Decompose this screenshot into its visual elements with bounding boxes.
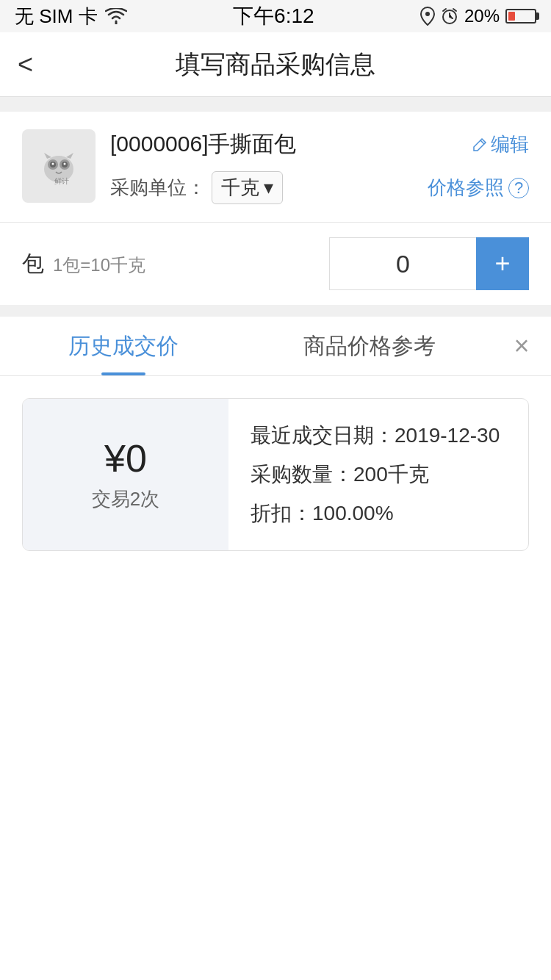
battery-icon — [505, 9, 536, 24]
product-image: 鲜计 — [40, 147, 78, 185]
tab-underline — [101, 372, 145, 375]
product-info: [0000006]手撕面包 编辑 采购单位： 千克 ▾ — [110, 129, 529, 204]
price-card-right: 最近成交日期：2019-12-30 采购数量：200千克 折扣：100.00% — [228, 399, 528, 550]
quantity-input-group: + — [329, 237, 529, 290]
price-card-left: ¥0 交易2次 — [23, 399, 228, 550]
unit-value: 千克 — [221, 175, 259, 201]
status-bar: 无 SIM 卡 下午6:12 20% — [0, 0, 551, 32]
nav-bar: < 填写商品采购信息 — [0, 32, 551, 97]
recent-date-label: 最近成交日期： — [251, 424, 395, 447]
tabs-section: 历史成交价 商品价格参考 × ¥0 交易2次 最近成交日期：2019-12-30 — [0, 317, 551, 573]
page-title: 填写商品采购信息 — [176, 48, 375, 82]
product-row: 鲜计 [0000006]手撕面包 编辑 采购单位： 千克 — [22, 129, 529, 204]
discount-label: 折扣： — [251, 502, 312, 525]
recent-date-row: 最近成交日期：2019-12-30 — [251, 421, 506, 450]
svg-text:鲜计: 鲜计 — [54, 177, 69, 185]
time-display: 下午6:12 — [233, 2, 314, 30]
quantity-plus-button[interactable]: + — [476, 237, 529, 290]
tab-history-price[interactable]: 历史成交价 — [0, 317, 246, 375]
help-icon: ? — [508, 178, 529, 198]
purchase-unit-label: 采购单位： — [110, 175, 206, 201]
tabs-close-button[interactable]: × — [492, 317, 551, 375]
carrier-label: 无 SIM 卡 — [15, 4, 98, 29]
recent-date-value: 2019-12-30 — [395, 424, 500, 447]
quantity-row: 采购数量：200千克 — [251, 460, 506, 489]
wifi-icon — [105, 8, 127, 24]
price-reference-link[interactable]: 价格参照 ? — [428, 175, 529, 201]
quantity-input[interactable] — [329, 237, 476, 290]
alarm-icon — [441, 7, 458, 25]
price-transactions: 交易2次 — [92, 486, 159, 512]
bottom-fill — [0, 573, 551, 980]
quantity-label-group: 包 1包=10千克 — [22, 249, 145, 279]
history-content: ¥0 交易2次 最近成交日期：2019-12-30 采购数量：200千克 折扣：… — [0, 376, 551, 573]
product-name: [0000006]手撕面包 — [110, 129, 296, 159]
product-header-row: [0000006]手撕面包 编辑 — [110, 129, 529, 159]
discount-row: 折扣：100.00% — [251, 499, 506, 527]
svg-point-8 — [64, 163, 66, 165]
location-icon — [420, 7, 435, 26]
quantity-conversion: 1包=10千克 — [53, 253, 145, 277]
unit-dropdown[interactable]: 千克 ▾ — [212, 171, 283, 204]
product-thumbnail: 鲜计 — [22, 129, 96, 203]
product-section: 鲜计 [0000006]手撕面包 编辑 采购单位： 千克 — [0, 112, 551, 222]
price-card: ¥0 交易2次 最近成交日期：2019-12-30 采购数量：200千克 折扣：… — [22, 398, 529, 551]
quantity-value: 200千克 — [353, 463, 429, 486]
price-ref-label: 价格参照 — [428, 175, 504, 201]
section-divider — [0, 305, 551, 317]
quantity-unit: 包 — [22, 249, 44, 279]
tabs-header: 历史成交价 商品价格参考 × — [0, 317, 551, 376]
svg-point-7 — [52, 163, 54, 165]
price-value: 0 — [126, 437, 147, 480]
tab-product-price-ref[interactable]: 商品价格参考 — [246, 317, 492, 375]
currency-symbol: ¥ — [104, 437, 126, 480]
price-amount: ¥0 — [104, 436, 147, 480]
purchase-unit-row: 采购单位： 千克 ▾ 价格参照 ? — [110, 171, 529, 204]
status-right: 20% — [420, 6, 536, 26]
purchase-unit-group: 采购单位： 千克 ▾ — [110, 171, 283, 204]
edit-icon — [472, 137, 488, 153]
status-left: 无 SIM 卡 — [15, 4, 127, 29]
tab-price-ref-label: 商品价格参考 — [303, 331, 436, 361]
back-button[interactable]: < — [18, 49, 33, 80]
tab-history-label: 历史成交价 — [68, 331, 179, 361]
edit-button[interactable]: 编辑 — [472, 131, 529, 157]
discount-value: 100.00% — [312, 502, 394, 525]
svg-point-0 — [425, 12, 430, 16]
quantity-label: 采购数量： — [251, 463, 353, 486]
dropdown-arrow: ▾ — [264, 176, 273, 199]
quantity-section: 包 1包=10千克 + — [0, 222, 551, 305]
battery-percent: 20% — [464, 6, 500, 26]
